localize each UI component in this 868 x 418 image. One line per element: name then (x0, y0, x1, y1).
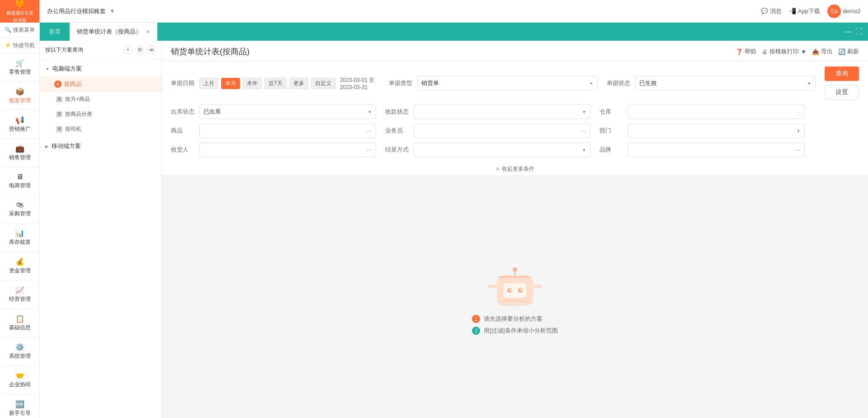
tab-sales-stat[interactable]: 销货单统计表（按商品） ✕ (70, 23, 157, 41)
retail-icon: 🛒 (15, 59, 24, 67)
filter-staff-cell: 业务员 ··· (385, 124, 599, 138)
empty-illustration (486, 260, 544, 309)
recipient-dropdown[interactable]: ··· (199, 142, 376, 157)
message-button[interactable]: 💬 消息 (761, 7, 782, 15)
sidebar-item-basic[interactable]: 📋 基础信息 (0, 309, 39, 337)
download-icon: 📲 (789, 8, 796, 14)
search-icon: 🔍 (5, 27, 11, 33)
mobile-arrow-icon: ▶ (45, 144, 49, 149)
warehouse-dropdown[interactable]: ··· (628, 104, 805, 119)
warehouse-dots: ··· (796, 109, 801, 115)
sidebar-item-inventory[interactable]: 📊 库存核算 (0, 223, 39, 252)
sidebar-item-ecommerce[interactable]: 🖥 电商管理 (0, 167, 39, 195)
sidebar-item-enterprise[interactable]: 🤝 企业协同 (0, 366, 39, 394)
scheme-add-button[interactable]: + (123, 45, 132, 54)
tab-bar: 首页 销货单统计表（按商品） ✕ — ⛶ (40, 23, 868, 41)
goods-dropdown[interactable]: ··· (199, 124, 376, 138)
date-btn-custom[interactable]: 自定义 (311, 78, 335, 89)
refresh-button[interactable]: 🔄 刷新 (838, 48, 859, 56)
date-btn-last-month[interactable]: 上月 (199, 78, 218, 89)
sidebar-item-finance[interactable]: 💰 资金管理 (0, 252, 39, 280)
date-btn-more[interactable]: 更多 (289, 78, 308, 89)
brand-dropdown[interactable]: ··· (628, 142, 805, 157)
filter-collect-cell: 收款状态 ▼ (385, 104, 599, 119)
template-print-button[interactable]: 🖨 按模板打印 ▼ (762, 48, 807, 56)
svg-point-5 (509, 289, 511, 291)
help-icon: ❓ (736, 48, 743, 55)
quick-icon: ⚡ (5, 42, 11, 48)
export-button[interactable]: 📤 导出 (812, 48, 833, 56)
guide-icon: 🆕 (15, 400, 24, 408)
scheme-by-month-goods[interactable]: 图 按月+商品 (40, 92, 161, 107)
date-btn-this-year[interactable]: 本年 (243, 78, 262, 89)
brand-dots[interactable]: ··· (795, 146, 801, 153)
app-download-button[interactable]: 📲 App下载 (789, 7, 820, 15)
query-button[interactable]: 查询 (825, 66, 859, 81)
scheme-header-actions: + ⚙ ≪ (123, 45, 156, 54)
sidebar-item-operation[interactable]: 📈 经营管理 (0, 280, 39, 309)
svg-rect-10 (533, 285, 542, 288)
operation-icon: 📈 (15, 286, 24, 294)
payment-dropdown[interactable]: ▼ (414, 142, 590, 157)
tab-close-icon[interactable]: ✕ (146, 29, 150, 35)
filter-row-2: 出库状态 已出库 ▼ 收款状态 ▼ (171, 104, 859, 119)
scheme-by-goods[interactable]: ● 按商品 (40, 76, 161, 92)
sidebar-item-marketing[interactable]: 📢 营销推广 (0, 110, 39, 139)
goods-dots[interactable]: ··· (367, 127, 372, 134)
empty-tip-2: 2 用[过滤]条件来缩小分析范围 (472, 327, 557, 335)
sidebar-item-system[interactable]: ⚙️ 系统管理 (0, 337, 39, 366)
status-dropdown[interactable]: 已生效 ▼ (635, 76, 816, 90)
date-btn-this-month[interactable]: 本月 (221, 78, 240, 89)
setting-button[interactable]: 设置 (825, 85, 859, 100)
scheme-collapse-button[interactable]: ≪ (147, 45, 156, 54)
collect-dropdown[interactable]: ▼ (414, 104, 590, 119)
status-dropdown-arrow: ▼ (807, 81, 811, 86)
payment-arrow: ▼ (582, 147, 586, 152)
breadcrumb: 办公用品行业模拟账套 (47, 7, 106, 15)
empty-tip-1: 1 请先选择要分析的方案 (472, 315, 557, 323)
collect-label: 收款状态 (385, 108, 410, 116)
top-nav-right: 💬 消息 📲 App下载 Ea demo2 (761, 5, 861, 18)
search-menu[interactable]: 🔍 搜索菜单 (0, 23, 39, 38)
staff-dots[interactable]: ··· (581, 127, 586, 134)
recipient-dots[interactable]: ··· (367, 146, 372, 153)
scheme-by-driver[interactable]: 图 按司机 (40, 122, 161, 137)
date-btn-7days[interactable]: 近7天 (264, 78, 287, 89)
help-button[interactable]: ❓ 帮助 (736, 48, 756, 56)
quick-nav[interactable]: ⚡ 快捷导航 (0, 38, 39, 53)
filter-section: 单据日期 上月 本月 本年 近7天 更多 自定义 2023-03-01 至 20… (162, 61, 868, 176)
sidebar-item-guide[interactable]: 🆕 新手引导 (0, 394, 39, 418)
collapse-more-button[interactable]: ∧ 收起更多条件 (162, 162, 868, 176)
sidebar-item-purchase[interactable]: 🛍 采购管理 (0, 195, 39, 223)
scheme-mobile-group[interactable]: ▶ 移动端方案 (40, 138, 161, 154)
outstatus-dropdown[interactable]: 已出库 ▼ (199, 104, 376, 119)
collapse-icon: ∧ (495, 166, 500, 172)
type-dropdown[interactable]: 销货单 ▼ (417, 76, 598, 90)
sidebar-item-sales[interactable]: 💼 销售管理 (0, 139, 39, 167)
scheme-desktop-header[interactable]: ▼ 电脑端方案 (40, 61, 161, 76)
filter-row-1: 单据日期 上月 本月 本年 近7天 更多 自定义 2023-03-01 至 20… (171, 66, 859, 100)
payment-label: 结算方式 (385, 146, 410, 154)
empty-state: 1 请先选择要分析的方案 2 用[过滤]条件来缩小分析范围 (162, 176, 868, 418)
tab-maximize-icon[interactable]: ⛶ (855, 28, 863, 36)
scheme-panel-title: 按以下方案查询 (45, 46, 83, 54)
staff-dropdown[interactable]: ··· (414, 124, 590, 138)
scheme-sub-icon-2: 图 (56, 111, 62, 118)
brand-label: 品牌 (599, 146, 624, 154)
dept-dropdown[interactable]: ▼ (628, 124, 805, 138)
outstatus-arrow: ▼ (368, 109, 372, 114)
print-icon: 🖨 (762, 48, 768, 55)
scheme-sub-icon-1: 图 (56, 96, 62, 103)
scheme-by-category[interactable]: 图 按商品分类 (40, 107, 161, 122)
filter-row-4: 收货人 ··· 结算方式 ▼ (171, 142, 859, 157)
collect-arrow: ▼ (582, 109, 586, 114)
date-quick-row: 上月 本月 本年 近7天 更多 自定义 2023-03-01 至 2023-03… (199, 76, 380, 90)
tab-minimize-icon[interactable]: — (844, 28, 852, 36)
filter-warehouse-cell: 仓库 ··· (599, 104, 814, 119)
svg-point-6 (520, 289, 522, 291)
sidebar-item-retail[interactable]: 🛒 零售管理 (0, 53, 39, 82)
scheme-settings-button[interactable]: ⚙ (135, 45, 144, 54)
user-menu[interactable]: Ea demo2 (827, 5, 861, 18)
tab-home[interactable]: 首页 (40, 23, 70, 41)
sidebar-item-wholesale[interactable]: 📦 批发管理 (0, 82, 39, 110)
